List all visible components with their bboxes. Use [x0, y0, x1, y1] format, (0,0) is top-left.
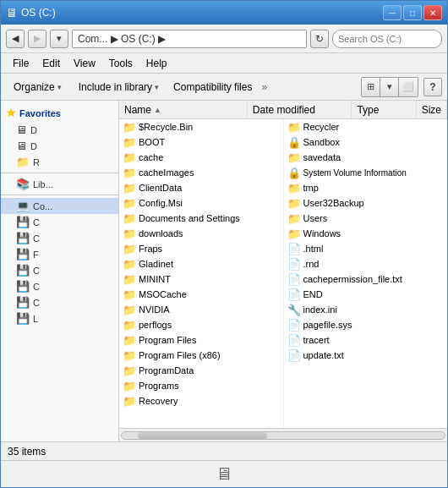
menu-view[interactable]: View — [67, 56, 102, 71]
help-button[interactable]: ? — [423, 78, 442, 96]
file-row[interactable]: 📁ClientData — [119, 180, 283, 195]
more-button[interactable]: » — [259, 81, 270, 93]
sidebar-favorites-header[interactable]: ★ Favorites — [1, 104, 118, 122]
sidebar-item-c4[interactable]: 💾 C — [1, 278, 118, 294]
file-row[interactable]: 📁perflogs — [119, 317, 283, 332]
sidebar-item-desktop2[interactable]: 🖥 D — [1, 138, 118, 154]
file-row[interactable]: 📁Documents and Settings — [119, 211, 283, 226]
file-row[interactable]: 📁Gladinet — [119, 256, 283, 271]
file-row[interactable]: 📁Program Files — [119, 332, 283, 348]
col-header-date[interactable]: Date modified — [248, 101, 352, 118]
sidebar-item-libraries[interactable]: 📚 Lib... — [1, 176, 118, 192]
refresh-button[interactable]: ↻ — [310, 30, 329, 48]
window-icon: 🖥 — [6, 6, 18, 19]
recent-icon: 📁 — [16, 156, 30, 168]
sidebar-item-c2[interactable]: 💾 C — [1, 230, 118, 246]
file-row[interactable]: 📄update.txt — [284, 348, 448, 363]
close-button[interactable]: ✕ — [423, 5, 442, 20]
sidebar-item-recent[interactable]: 📁 R — [1, 154, 118, 170]
folder-icon: 📁 — [123, 151, 136, 164]
minimize-button[interactable]: ─ — [383, 5, 402, 20]
file-row[interactable]: 📁Windows — [284, 226, 448, 241]
scroll-thumb[interactable] — [138, 432, 267, 439]
window-title: OS (C:) — [18, 7, 383, 19]
file-row[interactable]: 🔒System Volume Information — [284, 165, 448, 180]
drive-icon-2: 💾 — [16, 232, 30, 244]
menu-help[interactable]: Help — [139, 56, 174, 71]
menu-edit[interactable]: Edit — [36, 56, 67, 71]
menu-tools[interactable]: Tools — [102, 56, 139, 71]
file-row[interactable]: 📁$Recycle.Bin — [119, 119, 283, 134]
horizontal-scrollbar[interactable] — [119, 428, 447, 441]
file-row[interactable]: 📁MININT — [119, 271, 283, 287]
file-row[interactable]: 📁Fraps — [119, 241, 283, 256]
folder-icon: 📁 — [287, 197, 301, 210]
sidebar-item-c3[interactable]: 💾 C — [1, 262, 118, 278]
file-row[interactable]: 📁BOOT — [119, 134, 283, 150]
drive-icon-l: 💾 — [16, 312, 30, 325]
col-header-name[interactable]: Name ▲ — [119, 101, 248, 118]
file-row[interactable]: 🔧index.ini — [284, 302, 448, 317]
file-row[interactable]: 📁tmp — [284, 180, 448, 195]
file-row[interactable]: 📄END — [284, 287, 448, 302]
file-row[interactable]: 📁Users — [284, 211, 448, 226]
breadcrumb[interactable]: Com... ▶ OS (C:) ▶ — [72, 30, 307, 48]
scroll-track — [121, 431, 445, 440]
preview-pane-button[interactable]: ⬜ — [399, 78, 418, 96]
file-row[interactable]: 📁Recycler — [284, 119, 448, 134]
content-area: ★ Favorites 🖥 D 🖥 D 📁 R 📚 — [1, 101, 447, 441]
file-row[interactable]: 📁ProgramData — [119, 363, 283, 378]
file-row[interactable]: 📁Programs — [119, 378, 283, 393]
file-row[interactable]: 📁User32Backup — [284, 195, 448, 211]
sidebar-item-computer[interactable]: 💻 Co... — [1, 198, 118, 214]
file-row[interactable]: 📄pagefile.sys — [284, 317, 448, 332]
file-row[interactable]: 📁downloads — [119, 226, 283, 241]
folder-icon: 📁 — [123, 258, 136, 271]
folder-icon: 📁 — [287, 121, 301, 134]
file-row[interactable]: 📄tracert — [284, 332, 448, 348]
file-row[interactable]: 📁NVIDIA — [119, 302, 283, 317]
back-button[interactable]: ◀ — [6, 30, 25, 48]
forward-button[interactable]: ▶ — [28, 30, 46, 48]
sidebar-favorites-section: ★ Favorites 🖥 D 🖥 D 📁 R 📚 — [1, 104, 118, 326]
computer-sidebar-icon: 💻 — [16, 200, 30, 212]
file-row[interactable]: 📄cachepermission_file.txt — [284, 271, 448, 287]
file-row[interactable]: 📁cache — [119, 150, 283, 165]
explorer-window: 🖥 OS (C:) ─ □ ✕ ◀ ▶ ▾ Com... ▶ OS (C:) ▶… — [0, 0, 448, 488]
file-row[interactable]: 📁Recovery — [119, 393, 283, 408]
file-row[interactable]: 📄.html — [284, 241, 448, 256]
dropdown-button[interactable]: ▾ — [50, 30, 68, 48]
folder-icon: 📁 — [123, 182, 136, 195]
item-count: 35 items — [8, 446, 46, 458]
sidebar-item-l[interactable]: 💾 L — [1, 310, 118, 326]
search-input[interactable] — [338, 34, 448, 44]
sidebar-item-desktop1[interactable]: 🖥 D — [1, 122, 118, 138]
file-icon: 📄 — [287, 349, 301, 362]
search-bar: 🔍 — [332, 30, 442, 48]
file-row[interactable]: 📁Program Files (x86) — [119, 348, 283, 363]
view-buttons: ⊞ ▾ ⬜ — [361, 77, 418, 97]
folder-icon: 📁 — [287, 228, 301, 240]
col-header-size[interactable]: Size — [417, 101, 447, 118]
sidebar-item-c5[interactable]: 💾 C — [1, 294, 118, 310]
file-row[interactable]: 🔒Sandbox — [284, 134, 448, 150]
include-library-button[interactable]: Include in library ▾ — [71, 76, 167, 98]
sort-arrow: ▲ — [154, 106, 161, 114]
ini-file-icon: 🔧 — [287, 304, 301, 316]
view-details-button[interactable]: ⊞ — [362, 78, 380, 96]
sidebar-item-f[interactable]: 💾 F — [1, 246, 118, 262]
file-row[interactable]: 📁savedata — [284, 150, 448, 165]
maximize-button[interactable]: □ — [403, 5, 422, 20]
file-row[interactable]: 📁cacheImages — [119, 165, 283, 180]
organize-button[interactable]: Organize ▾ — [6, 76, 69, 98]
view-toggle-button[interactable]: ▾ — [380, 78, 399, 96]
sidebar-item-c1[interactable]: 💾 C — [1, 214, 118, 230]
file-row[interactable]: 📄.rnd — [284, 256, 448, 271]
file-row[interactable]: 📁MSOCache — [119, 287, 283, 302]
col-header-type[interactable]: Type — [352, 101, 416, 118]
menu-file[interactable]: File — [6, 56, 36, 71]
file-icon: 📄 — [287, 288, 301, 301]
folder-lock-icon: 🔒 — [287, 136, 301, 149]
file-row[interactable]: 📁Config.Msi — [119, 195, 283, 211]
organize-label: Organize — [14, 81, 55, 93]
